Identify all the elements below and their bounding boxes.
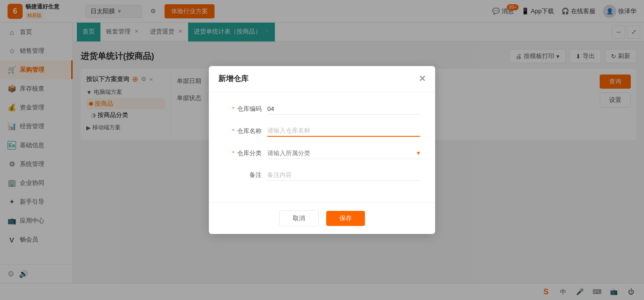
- modal-close-button[interactable]: ✕: [419, 74, 426, 84]
- form-item-code: * 仓库编码: [224, 103, 420, 115]
- modal-title: 新增仓库: [218, 74, 248, 84]
- cancel-button[interactable]: 取消: [279, 210, 319, 226]
- modal-footer: 取消 保存: [209, 202, 435, 234]
- required-star-code: *: [232, 105, 234, 112]
- note-label: 备注: [224, 171, 262, 179]
- modal-body: * 仓库编码 * 仓库名称 * 仓库分类: [209, 92, 435, 202]
- form-item-category: * 仓库分类 ▾: [224, 147, 420, 159]
- required-star-name: *: [232, 127, 234, 134]
- code-input[interactable]: [267, 103, 420, 115]
- category-input[interactable]: [267, 150, 417, 157]
- form-item-name: * 仓库名称: [224, 125, 420, 137]
- code-label: * 仓库编码: [224, 105, 262, 113]
- required-star-category: *: [232, 150, 234, 157]
- name-input[interactable]: [267, 125, 420, 137]
- modal-header: 新增仓库 ✕: [209, 66, 435, 92]
- note-input[interactable]: [267, 169, 420, 181]
- name-label: * 仓库名称: [224, 127, 262, 135]
- form-item-note: 备注: [224, 169, 420, 181]
- save-button[interactable]: 保存: [326, 211, 365, 226]
- category-dropdown-icon: ▾: [417, 149, 420, 157]
- add-warehouse-modal: 新增仓库 ✕ * 仓库编码 * 仓库名称: [209, 66, 435, 234]
- category-label: * 仓库分类: [224, 149, 262, 158]
- modal-overlay: 新增仓库 ✕ * 仓库编码 * 仓库名称: [0, 0, 644, 300]
- category-selector[interactable]: ▾: [267, 147, 420, 159]
